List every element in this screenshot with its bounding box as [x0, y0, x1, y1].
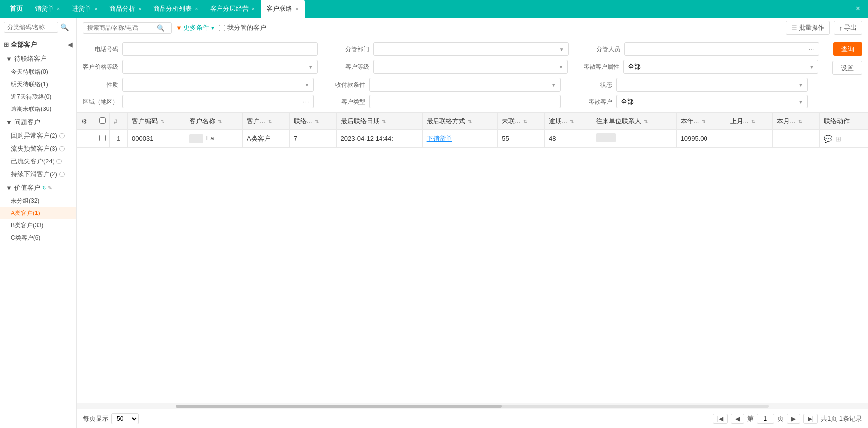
col-no-contact[interactable]: 未联... ⇅ — [498, 113, 545, 130]
group-label-problem: 问题客户 — [14, 118, 40, 127]
col-overdue[interactable]: 逾期... ⇅ — [544, 113, 592, 130]
repurchase-anomaly-label: 回购异常客户(2) — [11, 131, 57, 140]
settings-icon[interactable]: ⚙ — [81, 118, 87, 125]
first-page-btn[interactable]: |◀ — [713, 414, 728, 424]
sidebar-all-customers[interactable]: ⊞ 全部客户 ◀ — [0, 37, 76, 52]
sidebar-item-class-c[interactable]: C类客户(6) — [0, 232, 76, 244]
col-code[interactable]: 客户编码 ⇅ — [128, 113, 185, 130]
scrollbar-track[interactable] — [176, 405, 769, 408]
payment-select[interactable]: ▼ — [369, 78, 560, 92]
col-this-year[interactable]: 本年... ⇅ — [676, 113, 726, 130]
col-checkbox-header[interactable] — [95, 113, 110, 130]
phone-input[interactable] — [122, 42, 318, 56]
nav-customer-tier-close[interactable]: × — [252, 6, 255, 12]
sidebar-item-class-a[interactable]: A类客户(1) — [0, 207, 76, 219]
dept-select[interactable]: ▼ — [373, 42, 568, 56]
page-number-input[interactable] — [757, 414, 774, 424]
sidebar-item-churn-warning[interactable]: 流失预警客户(3) ⓘ — [0, 142, 76, 155]
customer-level-select[interactable]: ▼ — [373, 60, 568, 74]
sidebar-item-overdue[interactable]: 逾期未联络(30) — [0, 103, 76, 115]
col-settings[interactable]: ⚙ — [77, 113, 95, 130]
edit-group-icon[interactable]: ✎ — [48, 185, 52, 191]
sidebar-item-7days[interactable]: 近7天待联络(0) — [0, 91, 76, 103]
sidebar-search-input[interactable] — [4, 22, 58, 33]
batch-ops-icon: ☰ — [791, 24, 797, 32]
status-label: 状态 — [577, 81, 616, 89]
nav-analysis-list[interactable]: 商品分析列表 × — [147, 0, 204, 18]
nature-select[interactable]: ▼ — [122, 78, 314, 92]
row-name: Ea — [185, 130, 243, 148]
col-last-month[interactable]: 上月... ⇅ — [726, 113, 773, 130]
horizontal-scrollbar[interactable] — [77, 403, 868, 409]
retail-attr-select[interactable]: 全部 ▼ — [623, 60, 818, 74]
col-last-month-label: 上月... — [730, 117, 749, 125]
row-checkbox-cell[interactable] — [95, 130, 110, 148]
nav-sales-close[interactable]: × — [57, 6, 60, 12]
sidebar-group-pending[interactable]: ▼ 待联络客户 — [0, 52, 76, 66]
nav-analysis-close[interactable]: × — [138, 6, 141, 12]
query-button[interactable]: 查询 — [833, 42, 862, 56]
col-name[interactable]: 客户名称 ⇅ — [185, 113, 243, 130]
col-last-date[interactable]: 最后联络日期 ⇅ — [336, 113, 422, 130]
sidebar-item-tomorrow[interactable]: 明天待联络(1) — [0, 78, 76, 91]
col-contact-count-sort-icon: ⇅ — [315, 119, 319, 124]
col-contact-person[interactable]: 往来单位联系人 ⇅ — [592, 113, 676, 130]
more-filters-btn[interactable]: ▼ 更多条件 ▼ — [176, 23, 215, 32]
row-action-comment-icon[interactable]: 💬 — [824, 135, 832, 143]
filter-customer-level: 客户等级 ▼ — [333, 60, 568, 74]
nav-sales[interactable]: 销货单 × — [29, 0, 66, 18]
my-customers-checkbox[interactable] — [219, 25, 225, 31]
nav-customer-tier[interactable]: 客户分层经营 × — [204, 0, 261, 18]
sidebar-item-class-b[interactable]: B类客户(33) — [0, 219, 76, 232]
nav-purchase[interactable]: 进货单 × — [66, 0, 103, 18]
scrollbar-thumb[interactable] — [176, 405, 502, 408]
sidebar-group-problem[interactable]: ▼ 问题客户 — [0, 115, 76, 129]
filter-search-input[interactable] — [87, 24, 157, 31]
row-last-method-value[interactable]: 下销货单 — [427, 135, 452, 142]
sidebar-item-declining[interactable]: 持续下滑客户(2) ⓘ — [0, 168, 76, 181]
close-all-tabs[interactable]: × — [852, 4, 864, 13]
sidebar-item-unclassified[interactable]: 未分组(32) — [0, 195, 76, 207]
filter-search-icon[interactable]: 🔍 — [157, 24, 164, 32]
manager-select[interactable]: ··· — [624, 42, 819, 56]
nav-analysis[interactable]: 商品分析 × — [104, 0, 147, 18]
sidebar-item-today[interactable]: 今天待联络(0) — [0, 66, 76, 78]
data-table: ⚙ # 客户编码 ⇅ 客户名称 ⇅ — [77, 113, 868, 148]
retail-customer-select[interactable]: 全部 ▼ — [616, 95, 808, 108]
select-all-checkbox[interactable] — [99, 117, 106, 124]
row-checkbox[interactable] — [99, 135, 106, 141]
row-last-method[interactable]: 下销货单 — [422, 130, 498, 148]
customer-type-input[interactable] — [369, 95, 560, 108]
nav-analysis-list-close[interactable]: × — [195, 6, 198, 12]
col-last-method[interactable]: 最后联络方式 ⇅ — [422, 113, 498, 130]
nav-customer-contact-close[interactable]: × — [295, 6, 298, 12]
sidebar-collapse-btn[interactable]: ◀ — [68, 41, 72, 48]
nav-customer-contact[interactable]: 客户联络 × — [261, 0, 304, 18]
region-select[interactable]: ··· — [122, 95, 314, 108]
col-contact-count[interactable]: 联络... ⇅ — [289, 113, 336, 130]
price-level-select[interactable]: ▼ — [122, 60, 318, 74]
col-type[interactable]: 客户... ⇅ — [243, 113, 290, 130]
nav-purchase-close[interactable]: × — [94, 6, 97, 12]
refresh-icon[interactable]: ↻ — [42, 185, 47, 191]
sidebar-item-repurchase-anomaly[interactable]: 回购异常客户(2) ⓘ — [0, 129, 76, 142]
sidebar-search-icon[interactable]: 🔍 — [60, 23, 69, 31]
retail-customer-arrow: ▼ — [798, 99, 803, 105]
batch-ops-button[interactable]: ☰ 批量操作 — [786, 21, 830, 35]
next-page-btn[interactable]: ▶ — [787, 414, 800, 424]
col-name-label: 客户名称 — [189, 117, 215, 125]
sidebar-item-churned[interactable]: 已流失客户(24) ⓘ — [0, 155, 76, 168]
row-action-qr-icon[interactable]: ⊞ — [835, 135, 841, 143]
export-button[interactable]: ↑ 导出 — [834, 21, 863, 35]
prev-page-btn[interactable]: ◀ — [731, 414, 744, 424]
last-page-btn[interactable]: ▶| — [803, 414, 818, 424]
sidebar-group-value[interactable]: ▼ 价值客户 ↻ ✎ — [0, 181, 76, 195]
settings-button[interactable]: 设置 — [832, 61, 862, 75]
page-size-select[interactable]: 50 100 200 — [111, 413, 139, 424]
nav-home[interactable]: 首页 — [4, 0, 29, 18]
col-this-month[interactable]: 本月... ⇅ — [773, 113, 820, 130]
declining-label: 持续下滑客户(2) — [11, 170, 57, 179]
status-select[interactable]: ▼ — [616, 78, 808, 92]
filter-actions: ☰ 批量操作 ↑ 导出 — [786, 21, 863, 35]
info-icon-3: ⓘ — [56, 158, 62, 165]
